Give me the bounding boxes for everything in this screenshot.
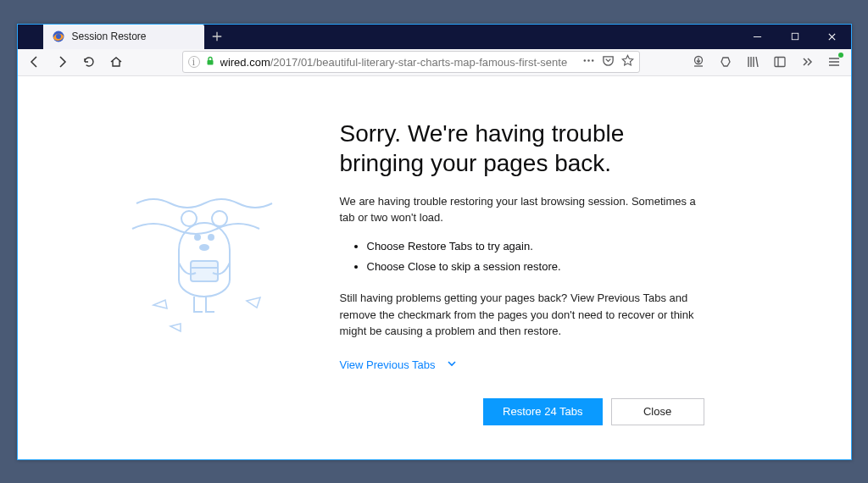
forward-button[interactable] [50, 50, 74, 74]
navbar: i wired.com/2017/01/beautiful-literary-s… [18, 49, 851, 76]
minimize-button[interactable] [739, 25, 776, 50]
downloads-icon[interactable] [687, 50, 710, 74]
new-tab-button[interactable] [204, 25, 230, 50]
bookmark-star-icon[interactable] [621, 54, 634, 69]
titlebar: Session Restore [18, 25, 851, 50]
notification-icon[interactable] [714, 50, 737, 74]
svg-point-10 [212, 211, 227, 226]
svg-rect-3 [207, 60, 213, 65]
close-button[interactable]: Close [611, 398, 704, 425]
restore-tabs-button[interactable]: Restore 24 Tabs [483, 398, 602, 425]
svg-point-12 [209, 235, 214, 240]
browser-window: Session Restore i wired.com/2017/01/beau… [17, 24, 852, 460]
reload-button[interactable] [77, 50, 101, 74]
svg-point-11 [195, 235, 200, 240]
list-item: Choose Close to skip a session restore. [367, 257, 704, 278]
pocket-icon[interactable] [602, 54, 615, 69]
window-controls [739, 25, 851, 50]
options-list: Choose Restore Tabs to try again. Choose… [340, 236, 704, 278]
svg-point-1 [56, 34, 61, 39]
sidebar-icon[interactable] [768, 50, 792, 74]
back-button[interactable] [23, 50, 47, 74]
site-info-icon[interactable]: i [188, 56, 200, 68]
svg-point-9 [181, 211, 197, 226]
message-column: Sorry. We're having trouble bringing you… [340, 119, 704, 425]
button-row: Restore 24 Tabs Close [399, 398, 704, 425]
svg-rect-14 [191, 261, 218, 281]
chevron-down-icon [447, 358, 457, 371]
url-actions [582, 54, 634, 69]
intro-text: We are having trouble restoring your las… [340, 193, 704, 226]
list-item: Choose Restore Tabs to try again. [367, 236, 704, 258]
tab-title: Session Restore [72, 31, 196, 42]
view-previous-tabs-link[interactable]: View Previous Tabs [340, 358, 704, 371]
menu-button[interactable] [822, 50, 846, 74]
svg-point-4 [583, 60, 585, 62]
svg-point-13 [200, 245, 209, 250]
overflow-icon[interactable] [795, 50, 819, 74]
url-text: wired.com/2017/01/beautiful-literary-sta… [220, 56, 577, 69]
maximize-button[interactable] [776, 25, 814, 50]
svg-rect-2 [792, 34, 798, 41]
close-window-button[interactable] [814, 25, 851, 50]
firefox-favicon [52, 30, 65, 43]
svg-point-6 [591, 60, 593, 62]
url-bar[interactable]: i wired.com/2017/01/beautiful-literary-s… [182, 51, 640, 73]
page-actions-icon[interactable] [582, 54, 595, 69]
help-text: Still having problems getting your pages… [340, 290, 704, 340]
tab-session-restore[interactable]: Session Restore [43, 25, 204, 50]
toolbar-right [687, 50, 846, 74]
error-illustration [69, 119, 340, 425]
home-button[interactable] [104, 50, 128, 74]
svg-point-5 [587, 60, 589, 62]
library-icon[interactable] [741, 50, 765, 74]
svg-rect-8 [775, 58, 785, 67]
page-title: Sorry. We're having trouble bringing you… [340, 119, 704, 178]
view-previous-label: View Previous Tabs [340, 358, 436, 371]
content-area: Sorry. We're having trouble bringing you… [18, 76, 851, 459]
lock-icon [205, 56, 215, 69]
